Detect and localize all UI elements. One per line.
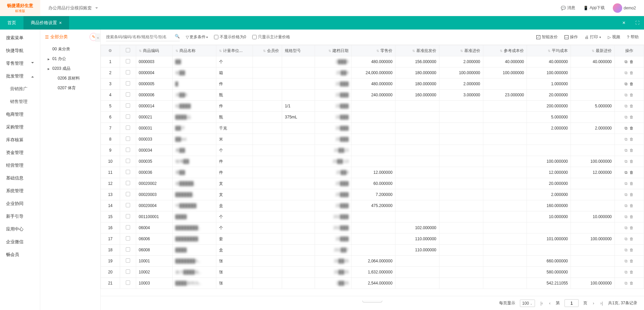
collapse-tree-button[interactable]: « xyxy=(95,34,101,42)
row-delete-icon[interactable]: 🗑 xyxy=(630,259,634,263)
row-copy-icon[interactable]: ⧉ xyxy=(625,192,628,197)
sidebar-item-sales[interactable]: 销售管理 xyxy=(0,95,40,108)
select-all-checkbox[interactable] xyxy=(126,48,130,52)
table-row[interactable]: 10000003██个2███0480.000000156.0000002.00… xyxy=(101,56,644,67)
table-row[interactable]: 20000004收██箱20██824,000.000000180.000000… xyxy=(101,67,644,79)
sidebar-item-fund[interactable]: 资金管理 xyxy=(0,146,40,159)
sidebar-item-wecom[interactable]: 企业微信 xyxy=(0,236,40,248)
user-menu[interactable]: demo2 xyxy=(613,3,636,13)
table-row[interactable]: 1806008████盒202██7110.000000⧉🗑 xyxy=(101,245,644,256)
row-delete-icon[interactable]: 🗑 xyxy=(630,93,634,97)
video-button[interactable]: ▷视频 xyxy=(608,34,620,40)
sidebar-item-sys[interactable]: 系统管理 xyxy=(0,185,40,197)
search-input[interactable] xyxy=(106,33,180,41)
row-checkbox[interactable] xyxy=(126,114,130,119)
sidebar-item-search[interactable]: 搜索菜单 xyxy=(0,32,40,44)
row-checkbox[interactable] xyxy=(126,225,130,229)
sidebar-item-stock[interactable]: 库存核算 xyxy=(0,134,40,146)
row-delete-icon[interactable]: 🗑 xyxy=(630,104,634,108)
app-download-button[interactable]: 📱App下载 xyxy=(583,5,605,11)
row-copy-icon[interactable]: ⧉ xyxy=(625,225,628,230)
row-checkbox[interactable] xyxy=(126,214,130,218)
table-row[interactable]: 40000006浏██K瓶20███240.000000160.0000003.… xyxy=(101,90,644,101)
row-checkbox[interactable] xyxy=(126,236,130,241)
sidebar-item-purchase[interactable]: 采购管理 xyxy=(0,121,40,134)
only-main-unit-checkbox[interactable]: 只显示主计量价格 xyxy=(252,34,290,40)
row-copy-icon[interactable]: ⧉ xyxy=(625,237,628,241)
tree-node[interactable]: 0207 体育 xyxy=(40,83,100,93)
drag-handle[interactable] xyxy=(362,301,382,303)
sidebar-item-appc[interactable]: 应用中心 xyxy=(0,223,40,236)
sidebar-item-base[interactable]: 基础信息 xyxy=(0,172,40,185)
table-row[interactable]: 1606004████████..个202███102.000000⧉🗑 xyxy=(101,222,644,234)
row-checkbox[interactable] xyxy=(126,92,130,97)
row-delete-icon[interactable]: 🗑 xyxy=(630,70,634,75)
tab-price-settings[interactable]: 商品价格设置 × xyxy=(23,16,69,30)
row-copy-icon[interactable]: ⧉ xyxy=(625,70,628,75)
table-row[interactable]: 50000014杜████件1/120███200.0000005.000000… xyxy=(101,101,644,112)
row-delete-icon[interactable]: 🗑 xyxy=(630,192,634,197)
row-copy-icon[interactable]: ⧉ xyxy=(625,270,628,274)
col-date[interactable]: 建档日期 xyxy=(332,48,348,54)
row-delete-icon[interactable]: 🗑 xyxy=(630,137,634,142)
row-copy-icon[interactable]: ⧉ xyxy=(625,214,628,219)
sidebar-item-biz[interactable]: 经营管理 xyxy=(0,159,40,172)
close-all-tabs-button[interactable]: ✕ xyxy=(617,16,631,30)
tree-node[interactable]: ▸0203 成品 xyxy=(40,64,100,73)
row-checkbox[interactable] xyxy=(126,137,130,141)
row-checkbox[interactable] xyxy=(126,103,130,108)
col-code[interactable]: 商品编码 xyxy=(143,48,159,54)
operations-button[interactable]: —操作 xyxy=(565,34,578,40)
prev-page-button[interactable]: ‹ xyxy=(548,301,551,306)
search-icon[interactable]: 🔍 xyxy=(175,34,180,39)
gear-icon[interactable]: ⚙ xyxy=(108,48,112,53)
row-delete-icon[interactable]: 🗑 xyxy=(630,281,634,286)
last-page-button[interactable]: ›| xyxy=(600,301,604,306)
col-unit[interactable]: 计量单位... xyxy=(223,48,243,54)
row-delete-icon[interactable]: 🗑 xyxy=(630,270,634,274)
col-pur[interactable]: 基准进价 xyxy=(464,48,480,54)
row-delete-icon[interactable]: 🗑 xyxy=(630,126,634,131)
row-delete-icon[interactable]: 🗑 xyxy=(630,248,634,252)
tree-node[interactable]: 0206 原材料 xyxy=(40,73,100,83)
row-checkbox[interactable] xyxy=(126,269,130,274)
sidebar-item-quick[interactable]: 快捷导航 xyxy=(0,44,40,57)
table-row[interactable]: 1706006████████套20███110.000000101.00000… xyxy=(101,234,644,245)
table-row[interactable]: 1400020004中██████盒20███475.200000160.000… xyxy=(101,200,644,211)
table-row[interactable]: 1200020002德█████ .支20███60.00000020.0000… xyxy=(101,178,644,189)
row-copy-icon[interactable]: ⧉ xyxy=(625,59,628,64)
sidebar-item-wholesale[interactable]: 批发管理 xyxy=(0,70,40,83)
col-latest[interactable]: 最新进价 xyxy=(596,48,612,54)
table-row[interactable]: 8000033██est米20███⧉🗑 xyxy=(101,134,644,145)
col-ref[interactable]: 参考成本价 xyxy=(504,48,524,54)
tree-node[interactable]: 00 未分类 xyxy=(40,44,100,54)
row-copy-icon[interactable]: ⧉ xyxy=(625,259,628,263)
table-row[interactable]: 1910001███████A..张20██052,064.000000660.… xyxy=(101,256,644,267)
row-delete-icon[interactable]: 🗑 xyxy=(630,203,634,208)
row-checkbox[interactable] xyxy=(126,70,130,74)
table-row[interactable]: 30000005█件20███480.000000180.0000002.000… xyxy=(101,79,644,90)
page-size-select[interactable]: 100 ⌄ xyxy=(520,300,535,307)
row-checkbox[interactable] xyxy=(126,247,130,252)
more-filters-button[interactable]: ▽更多条件▾ xyxy=(186,34,208,40)
row-copy-icon[interactable]: ⧉ xyxy=(625,203,628,208)
row-copy-icon[interactable]: ⧉ xyxy=(625,248,628,252)
row-checkbox[interactable] xyxy=(126,125,130,130)
row-copy-icon[interactable]: ⧉ xyxy=(625,104,628,108)
row-checkbox[interactable] xyxy=(126,258,130,263)
tree-node[interactable]: ▸01 办公 xyxy=(40,54,100,64)
table-row[interactable]: 11000036测██件20██812.00000012.00000012.00… xyxy=(101,167,644,178)
smart-price-button[interactable]: ✓智能改价 xyxy=(536,34,558,40)
table-row[interactable]: 7000031██子千克20███2.0000002.000000⧉🗑 xyxy=(101,123,644,134)
row-copy-icon[interactable]: ⧉ xyxy=(625,126,628,131)
row-checkbox[interactable] xyxy=(126,280,130,285)
row-checkbox[interactable] xyxy=(126,81,130,86)
sidebar-item-coop[interactable]: 企业协同 xyxy=(0,197,40,210)
next-page-button[interactable]: › xyxy=(592,301,595,306)
print-button[interactable]: 🖨打印▾ xyxy=(585,34,601,40)
sidebar-item-retail[interactable]: 零售管理 xyxy=(0,57,40,70)
hide-zero-checkbox[interactable]: 不显示价格为0 xyxy=(214,34,246,40)
page-input[interactable] xyxy=(565,299,579,307)
row-copy-icon[interactable]: ⧉ xyxy=(625,159,628,164)
row-checkbox[interactable] xyxy=(126,203,130,207)
